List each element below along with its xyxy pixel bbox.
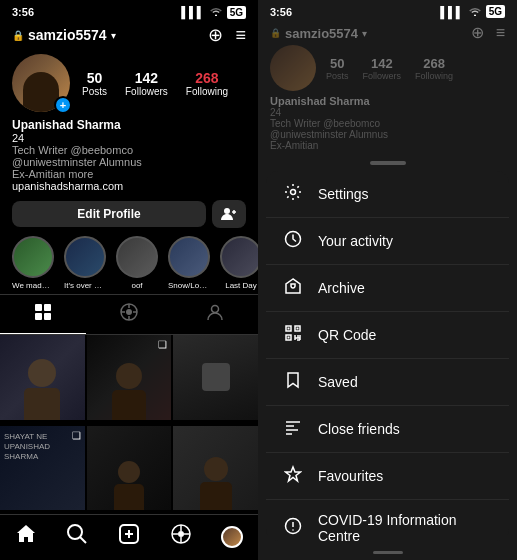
- qr-code-icon: [282, 324, 304, 346]
- grid-icon: [34, 303, 52, 325]
- scroll-indicator: [258, 545, 517, 560]
- following-label: Following: [186, 86, 228, 97]
- profile-info: + 50 Posts 142 Followers 268 Following: [0, 48, 258, 116]
- highlight-circle-3: [168, 236, 210, 278]
- saved-item[interactable]: Saved: [266, 359, 509, 406]
- right-followers-lbl: Followers: [363, 71, 402, 81]
- highlight-circle-2: [116, 236, 158, 278]
- grid-cell-4[interactable]: SHAYAT NE UPANISHAD SHARMA ❑: [0, 426, 85, 511]
- edit-profile-button[interactable]: Edit Profile: [12, 201, 206, 227]
- settings-item[interactable]: Settings ◄: [266, 171, 509, 218]
- highlight-item-3[interactable]: Snow/Lond...: [168, 236, 210, 290]
- your-activity-label: Your activity: [318, 233, 393, 249]
- followers-stat[interactable]: 142 Followers: [125, 70, 168, 97]
- favourites-item[interactable]: Favourites: [266, 453, 509, 500]
- reels-icon: [120, 303, 138, 325]
- followers-label: Followers: [125, 86, 168, 97]
- nav-search[interactable]: [56, 523, 98, 550]
- grid-cell-3[interactable]: [173, 335, 258, 420]
- story-add-badge[interactable]: +: [54, 96, 72, 114]
- right-following-stat: 268 Following: [415, 56, 453, 81]
- settings-label: Settings: [318, 186, 369, 202]
- right-bio-name: Upanishad Sharma: [270, 95, 505, 107]
- multi-photo-icon: ❑: [158, 339, 167, 350]
- nav-add[interactable]: [108, 523, 150, 550]
- qr-code-label: QR Code: [318, 327, 376, 343]
- svg-point-0: [224, 208, 230, 214]
- highlight-label-3: Snow/Lond...: [168, 281, 210, 290]
- username-area[interactable]: 🔒 samzio5574 ▾: [12, 27, 116, 43]
- signal-icon-right: ▌▌▌: [440, 6, 463, 18]
- right-username-row: 🔒 samzio5574 ▾ ⊕ ≡: [270, 23, 505, 43]
- right-lock-icon: 🔒: [270, 28, 281, 38]
- person-tag-icon: [206, 303, 224, 325]
- right-profile-row: 50 Posts 142 Followers 268 Following: [270, 43, 505, 93]
- grid-cell-1[interactable]: [0, 335, 85, 420]
- tab-tagged[interactable]: [172, 295, 258, 334]
- following-stat[interactable]: 268 Following: [186, 70, 228, 97]
- svg-rect-4: [44, 304, 51, 311]
- right-header-dim: 🔒 samzio5574 ▾ ⊕ ≡ 50 Posts 142 Follower…: [258, 21, 517, 155]
- grid-cell-2[interactable]: ❑: [87, 335, 172, 420]
- wifi-icon-right: [468, 6, 482, 18]
- your-activity-item[interactable]: Your activity: [266, 218, 509, 265]
- posts-label: Posts: [82, 86, 107, 97]
- favourites-icon: [282, 465, 304, 487]
- archive-item[interactable]: Archive: [266, 265, 509, 312]
- right-posts-lbl: Posts: [326, 71, 349, 81]
- photo-grid: ❑ SHAYAT NE UPANISHAD SHARMA ❑: [0, 335, 258, 514]
- nav-home[interactable]: [5, 523, 47, 550]
- svg-rect-30: [288, 328, 290, 330]
- scroll-bar: [373, 551, 403, 554]
- tab-grid[interactable]: [0, 295, 86, 334]
- highlight-item-1[interactable]: It's over now.: [64, 236, 106, 290]
- svg-point-14: [68, 525, 82, 539]
- right-menu-button[interactable]: ≡: [496, 25, 505, 41]
- following-count: 268: [195, 70, 218, 86]
- battery-left: 5G: [227, 6, 246, 19]
- multi-icon-4: ❑: [72, 430, 81, 441]
- header-icons: ⊕ ≡: [208, 26, 246, 44]
- favourites-label: Favourites: [318, 468, 383, 484]
- highlights-row: We made it... It's over now. oof Snow/Lo…: [0, 232, 258, 294]
- action-buttons: Edit Profile: [0, 196, 258, 232]
- drag-handle: [370, 161, 406, 165]
- posts-count: 50: [87, 70, 103, 86]
- add-post-button[interactable]: ⊕: [208, 26, 223, 44]
- saved-icon: [282, 371, 304, 393]
- avatar-container: +: [12, 54, 70, 112]
- covid-item[interactable]: COVID-19 Information Centre: [266, 500, 509, 541]
- highlight-item-2[interactable]: oof: [116, 236, 158, 290]
- nav-profile[interactable]: [211, 523, 253, 550]
- close-friends-item[interactable]: Close friends: [266, 406, 509, 453]
- bio-section: Upanishad Sharma 24 Tech Writer @beebomc…: [0, 116, 258, 196]
- qr-code-item[interactable]: QR Code: [266, 312, 509, 359]
- reels-nav-icon: [170, 523, 192, 550]
- close-friends-label: Close friends: [318, 421, 400, 437]
- bio-website[interactable]: upanishadsharma.com: [12, 180, 246, 192]
- highlight-item-0[interactable]: We made it...: [12, 236, 54, 290]
- right-stats-row: 50 Posts 142 Followers 268 Following: [326, 56, 453, 81]
- person-add-button[interactable]: [212, 200, 246, 228]
- right-avatar: [270, 45, 316, 91]
- nav-reels[interactable]: [160, 523, 202, 550]
- right-add-button[interactable]: ⊕: [471, 25, 484, 41]
- svg-point-25: [291, 190, 296, 195]
- tab-reels[interactable]: [86, 295, 172, 334]
- highlight-item-4[interactable]: Last Day: [220, 236, 258, 290]
- time-right: 3:56: [270, 6, 292, 18]
- menu-button[interactable]: ≡: [235, 26, 246, 44]
- status-icons-left: ▌▌▌ 5G: [181, 6, 246, 19]
- status-bar-right: 3:56 ▌▌▌ 5G: [258, 0, 517, 21]
- bio-name: Upanishad Sharma: [12, 118, 246, 132]
- bio-age: 24: [12, 132, 246, 144]
- lock-icon: 🔒: [12, 30, 24, 41]
- bio-line3: Ex-Amitian more: [12, 168, 246, 180]
- your-activity-icon: [282, 230, 304, 252]
- grid-cell-5[interactable]: [87, 426, 172, 511]
- right-panel: 3:56 ▌▌▌ 5G 🔒 samzio5574 ▾ ⊕ ≡: [258, 0, 517, 560]
- right-posts-num: 50: [330, 56, 344, 71]
- right-bio-line3: Ex-Amitian: [270, 140, 505, 151]
- grid-cell-6[interactable]: [173, 426, 258, 511]
- saved-label: Saved: [318, 374, 358, 390]
